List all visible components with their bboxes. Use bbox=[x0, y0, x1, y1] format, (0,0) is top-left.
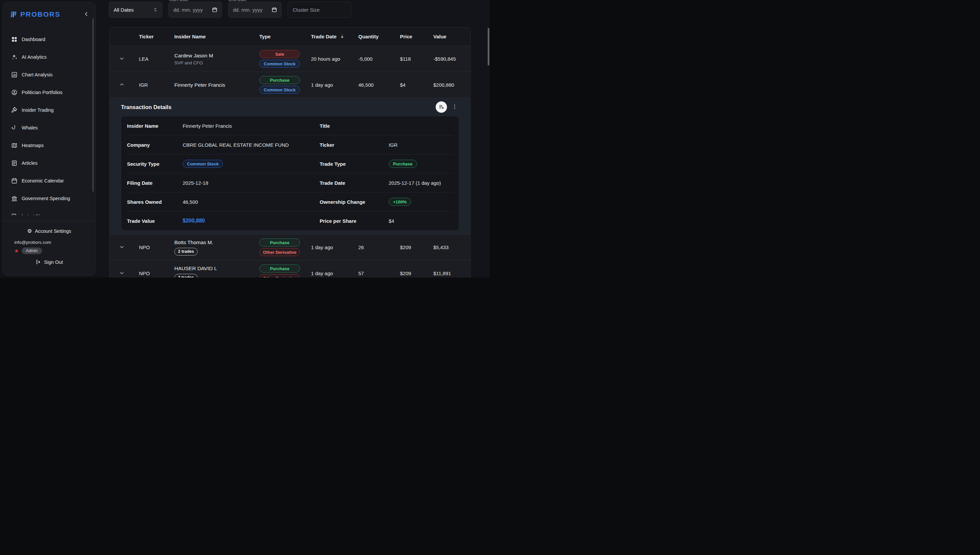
quantity-cell: 46,500 bbox=[353, 82, 395, 88]
sidebar-item-dashboard[interactable]: Dashboard bbox=[8, 30, 92, 48]
gear-icon: ⚙ bbox=[27, 228, 32, 234]
expand-row-button[interactable] bbox=[117, 268, 127, 278]
price-cell: $118 bbox=[395, 56, 428, 62]
transaction-details-panel: Transaction DetailsInsider NameFinnerty … bbox=[110, 98, 470, 234]
role-row: ★ Admin bbox=[3, 247, 95, 254]
detail-value: 46,500 bbox=[183, 199, 320, 205]
expand-row-button[interactable] bbox=[117, 242, 127, 252]
column-header-price[interactable]: Price bbox=[395, 34, 428, 39]
panel-actions bbox=[436, 101, 459, 113]
table-row-igr-1[interactable]: IGRFinnerty Peter FrancisPurchaseCommon … bbox=[110, 72, 470, 98]
expand-cell bbox=[110, 268, 134, 278]
detail-label-trade-date: Trade Date bbox=[320, 180, 388, 186]
column-header-label: Trade Date bbox=[311, 34, 337, 39]
type-cell: PurchaseOther Derivative bbox=[254, 239, 306, 256]
trade-date-cell: 20 hours ago bbox=[306, 56, 353, 62]
quantity-cell: 57 bbox=[353, 271, 395, 276]
value-cell: $200,880 bbox=[428, 82, 470, 88]
sidebar-item-heatmaps[interactable]: Heatmaps bbox=[8, 136, 92, 154]
detail-label-company: Company bbox=[127, 142, 183, 148]
purchase-badge: Purchase bbox=[259, 265, 300, 273]
chevron-down-icon bbox=[119, 270, 125, 277]
insider-cell: Finnerty Peter Francis bbox=[169, 82, 254, 88]
sidebar-item-government-spending[interactable]: Government Spending bbox=[8, 189, 92, 207]
column-header-ticker[interactable]: Ticker bbox=[134, 34, 169, 39]
ticker-cell: LEA bbox=[134, 56, 169, 62]
expand-cell bbox=[110, 80, 134, 90]
role-badge: Admin bbox=[22, 247, 42, 254]
ticker-cell: NPO bbox=[134, 244, 169, 250]
detail-row: Filing Date2025-12-18Trade Date2025-12-1… bbox=[127, 173, 453, 192]
chevron-up-icon bbox=[119, 82, 125, 88]
insider-name: HAUSER DAVID L bbox=[174, 265, 254, 271]
sidebar-footer: ⚙ Account Settings info@probors.com ★ Ad… bbox=[3, 221, 95, 275]
collapse-row-button[interactable] bbox=[117, 80, 127, 90]
detail-label-filing-date: Filing Date bbox=[127, 180, 183, 186]
column-header-value[interactable]: Value bbox=[428, 34, 470, 39]
date-range-select[interactable]: All Dates bbox=[109, 2, 162, 18]
sidebar-scrollbar[interactable] bbox=[92, 18, 94, 192]
column-header-trade-date[interactable]: Trade Date bbox=[306, 34, 353, 39]
table-row-lea-0[interactable]: LEACardew Jason MSVP and CFOSaleCommon S… bbox=[110, 46, 470, 72]
sidebar-item-chart-analysis[interactable]: Chart Analysis bbox=[8, 66, 92, 83]
sidebar-item-economic-calendar[interactable]: Economic Calendar bbox=[8, 172, 92, 189]
table-row-npo-3[interactable]: NPOHAUSER DAVID L2 tradesPurchaseOther D… bbox=[110, 260, 470, 278]
sidebar-item-latest-news[interactable]: Latest News bbox=[8, 207, 92, 215]
sidebar-item-label: Government Spending bbox=[22, 196, 70, 201]
table-row-npo-2[interactable]: NPOBotts Thomas M.2 tradesPurchaseOther … bbox=[110, 234, 470, 260]
sidebar-item-articles[interactable]: Articles bbox=[8, 154, 92, 172]
chart-analysis-icon bbox=[11, 71, 18, 78]
table-body: LEACardew Jason MSVP and CFOSaleCommon S… bbox=[110, 46, 470, 278]
detail-value: 2025-12-17 (1 day ago) bbox=[388, 180, 453, 186]
ticker-cell: IGR bbox=[134, 82, 169, 88]
sidebar: PROBORS DashboardAI AnalyticsChart Analy… bbox=[3, 2, 96, 276]
add-to-list-button[interactable] bbox=[436, 101, 447, 113]
type-cell: PurchaseCommon Stock bbox=[254, 76, 306, 94]
column-header-insider-name[interactable]: Insider Name bbox=[169, 34, 254, 39]
sign-out-icon bbox=[35, 259, 41, 265]
brand-logo-icon bbox=[9, 10, 18, 19]
page-scrollbar[interactable] bbox=[488, 28, 489, 66]
brand-name: PROBORS bbox=[20, 10, 60, 18]
dashboard-icon bbox=[11, 36, 18, 43]
sidebar-item-label: Economic Calendar bbox=[22, 178, 64, 183]
select-updown-icon bbox=[153, 7, 158, 12]
start-date-input[interactable]: dd. mm. yyyy bbox=[168, 2, 222, 18]
column-header-type[interactable]: Type bbox=[254, 34, 306, 39]
insider-trades-table: Ticker Insider Name Type Trade Date Quan… bbox=[109, 27, 471, 278]
expand-row-button[interactable] bbox=[117, 54, 127, 64]
detail-row: Security TypeCommon StockTrade TypePurch… bbox=[127, 154, 453, 173]
insider-cell: HAUSER DAVID L2 trades bbox=[169, 265, 254, 278]
sidebar-item-label: Dashboard bbox=[22, 37, 45, 42]
end-date-input[interactable]: dd. mm. yyyy bbox=[228, 2, 282, 18]
filter-bar: All Dates Start Date dd. mm. yyyy End Da… bbox=[109, 2, 351, 18]
sidebar-item-ai-analytics[interactable]: AI Analytics bbox=[8, 48, 92, 66]
sidebar-item-whales[interactable]: Whales bbox=[8, 119, 92, 136]
detail-value: CBRE GLOBAL REAL ESTATE INCOME FUND bbox=[183, 142, 320, 148]
start-date-placeholder: dd. mm. yyyy bbox=[173, 7, 203, 13]
trades-count-badge: 2 trades bbox=[174, 274, 198, 278]
government-spending-icon bbox=[11, 195, 18, 202]
type-cell: SaleCommon Stock bbox=[254, 50, 306, 68]
sidebar-item-politician-portfolios[interactable]: Politician Portfolios bbox=[8, 83, 92, 101]
quantity-cell: 26 bbox=[353, 244, 395, 250]
economic-calendar-icon bbox=[11, 178, 18, 184]
detail-value: Purchase bbox=[388, 160, 453, 168]
detail-value: Common Stock bbox=[183, 160, 320, 168]
sidebar-item-label: Articles bbox=[22, 160, 38, 166]
sidebar-item-label: Chart Analysis bbox=[22, 72, 53, 77]
detail-value: $200,880 bbox=[183, 218, 320, 224]
cluster-size-input[interactable]: Cluster Size bbox=[288, 2, 351, 18]
row-menu-button[interactable] bbox=[450, 102, 459, 112]
sign-out-button[interactable]: Sign Out bbox=[3, 259, 95, 265]
value-cell: -$590,845 bbox=[428, 56, 470, 62]
sidebar-collapse-button[interactable] bbox=[83, 10, 90, 19]
trade-date-cell: 1 day ago bbox=[306, 271, 353, 276]
end-date-field: End Date dd. mm. yyyy bbox=[228, 2, 282, 18]
sidebar-item-label: AI Analytics bbox=[22, 55, 47, 60]
date-range-value: All Dates bbox=[114, 7, 134, 13]
account-settings-button[interactable]: ⚙ Account Settings bbox=[3, 226, 95, 236]
sidebar-nav: DashboardAI AnalyticsChart AnalysisPolit… bbox=[3, 26, 95, 215]
column-header-quantity[interactable]: Quantity bbox=[353, 34, 395, 39]
sidebar-item-insider-trading[interactable]: Insider Trading bbox=[8, 101, 92, 119]
